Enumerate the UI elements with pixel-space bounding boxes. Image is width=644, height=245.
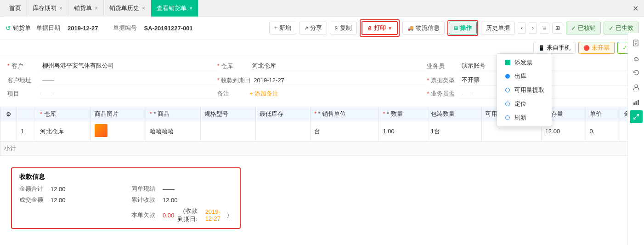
toolbar-right: + 新增 ↗ 分享 ⎘ 复制 🖨 打印 ▼ 🚚 物流信息: [269, 19, 638, 37]
cell-spec: [201, 121, 255, 142]
ticket-label: 票据类型: [427, 76, 459, 85]
tab-home[interactable]: 首页: [4, 0, 27, 17]
right-icon-undo[interactable]: [630, 66, 643, 79]
svg-rect-5: [633, 103, 635, 105]
doc-header: ↺ 销货单 单据日期 2019-12-27 单据编号 SA-20191227-0…: [0, 17, 644, 40]
tab-close-icon[interactable]: ×: [59, 5, 62, 11]
col-min-stock: 最低库存: [255, 107, 310, 121]
locate-icon: [504, 101, 511, 107]
refresh-icon: [504, 114, 511, 121]
address-value[interactable]: ——: [40, 76, 217, 85]
operations-highlight: ⊞ 操作: [447, 20, 478, 36]
tab-sales-history[interactable]: 销货单历史 ×: [104, 0, 151, 17]
right-icon-doc[interactable]: [630, 37, 643, 50]
history-button[interactable]: 历史单据: [481, 22, 515, 34]
svg-rect-7: [638, 100, 639, 105]
effective-status-btn[interactable]: ✓ 已生效: [604, 22, 638, 34]
cell-seq: 1: [17, 121, 36, 142]
col-unit: * 销售单位: [310, 107, 378, 121]
cumulative-label: 累计收款: [131, 196, 159, 204]
layout-list-button[interactable]: ≡: [540, 23, 549, 34]
layout-grid-button[interactable]: ⊞: [552, 23, 563, 34]
svg-point-4: [635, 85, 638, 87]
share-button[interactable]: ↗ 分享: [299, 22, 327, 34]
cell-gear: [0, 121, 17, 142]
date-label: 单据日期: [36, 24, 60, 32]
col-seq: [17, 107, 36, 121]
payment-grid: 金额合计 12.00 成交金额 12.00 同单现结 —— 累计收款: [19, 185, 232, 223]
tab-close-active-icon[interactable]: ×: [189, 5, 192, 11]
tab-sales-order[interactable]: 销货单 ×: [68, 0, 104, 17]
customer-value[interactable]: 柳州粤港平安气体有限公司: [40, 61, 217, 71]
dropdown-item-warehouse-out[interactable]: 出库: [497, 69, 552, 83]
print-highlight: 🖨 打印 ▼: [360, 19, 400, 37]
dropdown-item-refresh[interactable]: 刷新: [497, 111, 552, 125]
deal-label: 成交金额: [19, 196, 47, 204]
payment-box: 收款信息 金额合计 12.00 成交金额 12.00 同单现结 ——: [11, 167, 241, 229]
cell-price: 0.: [586, 121, 620, 142]
new-button[interactable]: + 新增: [269, 22, 296, 34]
cell-product: 嘻嘻嘻嘻: [146, 121, 200, 142]
tab-close-icon[interactable]: ×: [95, 5, 98, 11]
nav-prev-button[interactable]: ‹: [518, 23, 526, 34]
number-value: SA-20191227-001: [144, 25, 193, 32]
customer-label: 客户: [7, 62, 40, 70]
warehouse-value[interactable]: 河北仓库: [249, 61, 427, 71]
debt-value: 0.00: [163, 212, 174, 219]
tab-bar-close-btn[interactable]: ✕: [633, 4, 638, 12]
project-label: 项目: [7, 90, 40, 98]
settlement-value: ——: [163, 186, 175, 193]
from-phone-btn[interactable]: 📱 来自手机: [533, 42, 576, 54]
cumulative-value: 12.00: [163, 197, 178, 204]
right-panel: [627, 33, 644, 245]
note-field: 备注 + 添加备注: [217, 90, 427, 98]
staff-label: 业务员: [427, 62, 459, 70]
cell-pack-qty: 1台: [427, 121, 481, 142]
cell-image: [91, 121, 146, 142]
payment-left: 金额合计 12.00 成交金额 12.00: [19, 185, 120, 223]
right-icon-expand[interactable]: [630, 110, 643, 123]
col-warehouse: 仓库: [36, 107, 90, 121]
tab-inventory-init[interactable]: 库存期初 ×: [27, 0, 68, 17]
project-value[interactable]: ——: [40, 89, 217, 98]
dropdown-item-invoice[interactable]: 添发票: [497, 56, 552, 69]
address-label: 客户地址: [7, 76, 40, 85]
total-label: 金额合计: [19, 185, 47, 193]
col-image: 商品图片: [91, 107, 146, 121]
payment-box-wrapper: 收款信息 金额合计 12.00 成交金额 12.00 同单现结 ——: [6, 164, 638, 233]
cell-unit: 台: [310, 121, 378, 142]
print-button[interactable]: 🖨 打印 ▼: [362, 21, 398, 35]
right-icon-stats[interactable]: [630, 96, 643, 108]
nav-next-button[interactable]: ›: [529, 23, 537, 34]
cell-warehouse: 河北仓库: [36, 121, 90, 142]
tab-close-icon[interactable]: ×: [142, 5, 145, 11]
dropdown-item-available-extract[interactable]: 可用量提取: [497, 83, 552, 97]
warehouse-out-icon: [504, 73, 511, 80]
add-note-btn[interactable]: + 添加备注: [249, 90, 278, 98]
invoice-icon: [504, 59, 511, 66]
address-field: 客户地址 ——: [7, 76, 217, 85]
operations-button[interactable]: ⊞ 操作: [449, 22, 477, 34]
not-open-ticket-btn[interactable]: 🔴 未开票: [578, 42, 615, 54]
dropdown-item-locate[interactable]: 定位: [497, 97, 552, 111]
warehouse-label: 仓库: [217, 62, 249, 70]
subtotal-label: 小计: [0, 142, 644, 156]
operations-dropdown-menu: 添发票 出库 可用量提取 定位 刷新: [497, 53, 552, 127]
col-pack-qty: 包装数量: [427, 107, 481, 121]
due-label: （收款到期日:: [178, 207, 200, 223]
due-date-value[interactable]: 2019-12-27: [251, 76, 427, 85]
note-label: 备注: [217, 90, 249, 98]
logistics-button[interactable]: 🚚 物流信息: [402, 22, 445, 34]
date-value: 2019-12-27: [68, 25, 98, 32]
svg-rect-6: [635, 101, 637, 105]
debt-row: 本单欠款 0.00 （收款到期日: 2019-12-27 ）: [131, 207, 232, 223]
tab-view-sales-order[interactable]: 查看销货单 ×: [151, 0, 198, 17]
right-icon-user[interactable]: [630, 81, 643, 94]
tab-bar: 首页 库存期初 × 销货单 × 销货单历史 × 查看销货单 × ✕: [0, 0, 644, 17]
cancelled-status-btn[interactable]: ✓ 已核销: [566, 22, 601, 34]
right-icon-link[interactable]: [630, 51, 643, 64]
col-spec: 规格型号: [201, 107, 255, 121]
staff2-label: 业务员盂: [427, 90, 459, 98]
debt-label: 本单欠款: [131, 211, 159, 219]
copy-button[interactable]: ⎘ 复制: [330, 22, 357, 34]
